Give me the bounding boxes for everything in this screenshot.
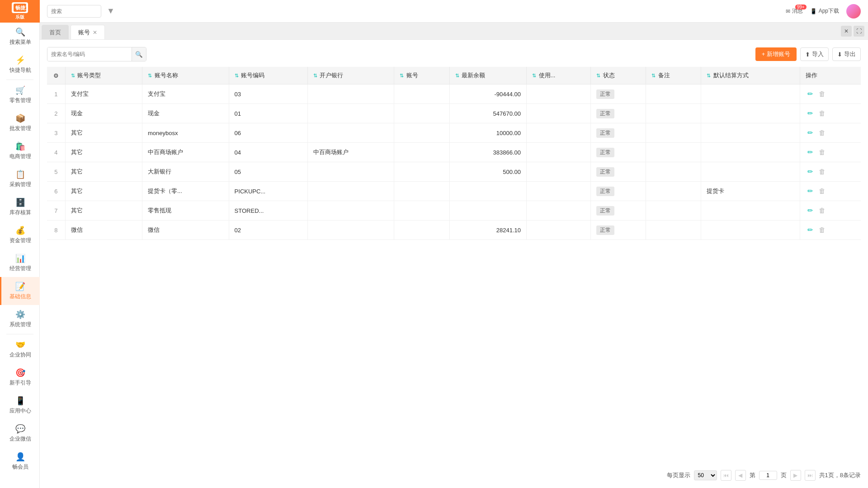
delete-button[interactable]: 🗑: [817, 89, 827, 99]
delete-button[interactable]: 🗑: [817, 186, 827, 196]
page-size-select[interactable]: 50 100 200: [694, 470, 717, 480]
sidebar-item-member[interactable]: 👤 畅会员: [0, 447, 40, 475]
row-remark: [646, 143, 701, 162]
delete-button[interactable]: 🗑: [817, 225, 827, 235]
tab-close-icon[interactable]: ✕: [93, 29, 97, 36]
search-button[interactable]: 🔍: [132, 47, 146, 61]
row-code: 01: [229, 104, 307, 123]
user-avatar[interactable]: [846, 4, 861, 19]
sort-status-icon: ⇅: [596, 73, 600, 78]
sidebar-item-purchase[interactable]: 📋 采购管理: [0, 165, 40, 193]
sidebar-item-label-search-menu: 搜索菜单: [9, 38, 31, 46]
row-balance: 500.00: [449, 162, 526, 182]
tab-close-all-button[interactable]: ✕: [841, 26, 852, 37]
page-prefix: 第: [750, 471, 755, 479]
row-bank: [307, 182, 394, 201]
page-prev-button[interactable]: ◀: [735, 470, 746, 481]
row-num: 1: [47, 84, 65, 104]
sidebar-item-retail[interactable]: 🛒 零售管理: [0, 81, 40, 109]
sidebar-item-operations[interactable]: 📊 经营管理: [0, 249, 40, 277]
sidebar-item-label-finance: 资金管理: [9, 237, 31, 244]
col-code[interactable]: ⇅ 账号编码: [229, 67, 307, 84]
sort-type-icon: ⇅: [71, 73, 75, 78]
sidebar-item-guide[interactable]: 🎯 新手引导: [0, 363, 40, 391]
col-remark[interactable]: ⇅ 备注: [646, 67, 701, 84]
row-usage: [526, 104, 590, 123]
col-name[interactable]: ⇅ 账号名称: [142, 67, 229, 84]
export-button[interactable]: ⬇ 导出: [832, 47, 861, 61]
sort-bank-icon: ⇅: [313, 73, 317, 78]
mobile-icon: 📱: [810, 8, 817, 14]
sidebar-item-basic-info[interactable]: 📝 基础信息: [0, 277, 40, 305]
sort-usage-icon: ⇅: [532, 73, 536, 78]
page-first-button[interactable]: ⏮: [721, 470, 731, 481]
tab-fullscreen-button[interactable]: ⛶: [854, 26, 864, 37]
col-balance[interactable]: ⇅ 最新余额: [449, 67, 526, 84]
quick-nav-icon: ⚡: [15, 55, 25, 65]
sidebar-item-enterprise-wechat[interactable]: 💬 企业微信: [0, 419, 40, 447]
status-badge: 正常: [596, 148, 614, 157]
sidebar-item-label-inventory: 库存核算: [9, 209, 31, 216]
row-num: 2: [47, 104, 65, 123]
tab-account[interactable]: 账号 ✕: [71, 25, 105, 39]
import-button[interactable]: ⬆ 导入: [800, 47, 829, 61]
message-icon: ✉: [786, 8, 790, 14]
edit-button[interactable]: ✏: [806, 186, 815, 196]
sidebar-item-app-center[interactable]: 📱 应用中心: [0, 391, 40, 419]
row-bank: 中百商场账户: [307, 143, 394, 162]
app-download-button[interactable]: 📱 App下载: [810, 7, 839, 15]
sidebar-item-enterprise-agreement[interactable]: 🤝 企业协同: [0, 335, 40, 363]
page-next-button[interactable]: ▶: [790, 470, 801, 481]
edit-button[interactable]: ✏: [806, 128, 815, 138]
delete-button[interactable]: 🗑: [817, 147, 827, 157]
row-name: 中百商场账户: [142, 143, 229, 162]
col-settlement[interactable]: ⇅ 默认结算方式: [701, 67, 800, 84]
sidebar-item-quick-nav[interactable]: ⚡ 快捷导航: [0, 51, 40, 79]
row-type: 支付宝: [65, 84, 142, 104]
sidebar-item-label-purchase: 采购管理: [9, 181, 31, 188]
sidebar-item-ecommerce[interactable]: 🛍️ 电商管理: [0, 137, 40, 165]
edit-button[interactable]: ✏: [806, 89, 815, 99]
topbar-search-input[interactable]: [47, 5, 101, 18]
row-num: 6: [47, 182, 65, 201]
delete-button[interactable]: 🗑: [817, 128, 827, 137]
main-area: ▼ ✉ 消息 99+ 📱 App下载 首页 账号 ✕ ✕: [40, 0, 868, 488]
edit-button[interactable]: ✏: [806, 206, 815, 216]
row-code: 05: [229, 162, 307, 182]
row-remark: [646, 123, 701, 143]
row-status: 正常: [591, 201, 646, 221]
svg-text:畅捷通: 畅捷通: [15, 5, 26, 10]
col-bank[interactable]: ⇅ 开户银行: [307, 67, 394, 84]
wholesale-icon: 📦: [15, 113, 25, 123]
edit-button[interactable]: ✏: [806, 167, 815, 177]
col-settings[interactable]: ⚙: [47, 67, 65, 84]
delete-button[interactable]: 🗑: [817, 167, 827, 176]
sidebar-item-inventory[interactable]: 🗄️ 库存核算: [0, 193, 40, 221]
delete-button[interactable]: 🗑: [817, 206, 827, 215]
search-input[interactable]: [47, 47, 132, 61]
sort-remark-icon: ⇅: [651, 73, 656, 78]
sidebar-item-system[interactable]: ⚙️ 系统管理: [0, 305, 40, 333]
sidebar-item-finance[interactable]: 💰 资金管理: [0, 221, 40, 249]
col-usage[interactable]: ⇅ 使用...: [526, 67, 590, 84]
table-row: 1 支付宝 支付宝 03 -90444.00 正常 ✏ 🗑: [47, 84, 861, 104]
sidebar-item-label-member: 畅会员: [12, 463, 28, 471]
add-account-button[interactable]: + 新增账号: [755, 47, 797, 61]
col-status[interactable]: ⇅ 状态: [591, 67, 646, 84]
row-balance: 547670.00: [449, 104, 526, 123]
app-version: 乐版: [15, 14, 24, 20]
col-account[interactable]: ⇅ 账号: [394, 67, 449, 84]
sidebar-item-search-menu[interactable]: 🔍 搜索菜单: [0, 23, 40, 51]
page-last-button[interactable]: ⏭: [805, 470, 816, 481]
delete-button[interactable]: 🗑: [817, 108, 827, 118]
col-type[interactable]: ⇅ 账号类型: [65, 67, 142, 84]
page-number-input[interactable]: 1: [759, 471, 777, 480]
sidebar-item-wholesale[interactable]: 📦 批发管理: [0, 109, 40, 137]
edit-button[interactable]: ✏: [806, 108, 815, 118]
row-settlement: [701, 162, 800, 182]
topbar-dropdown-icon[interactable]: ▼: [107, 6, 115, 16]
tab-home[interactable]: 首页: [42, 25, 69, 39]
edit-button[interactable]: ✏: [806, 147, 815, 157]
messages-button[interactable]: ✉ 消息 99+: [786, 7, 803, 15]
edit-button[interactable]: ✏: [806, 225, 815, 235]
